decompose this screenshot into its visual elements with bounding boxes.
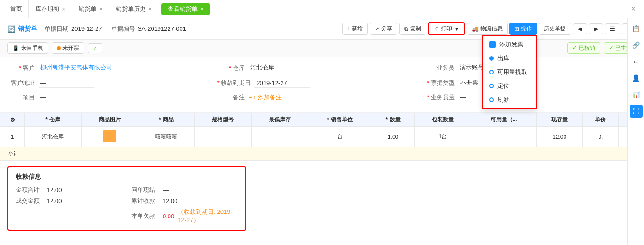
row-available	[471, 127, 537, 147]
col-pack-qty: 包装数量	[414, 113, 471, 127]
sidebar-icon-link[interactable]: 🔗	[630, 39, 643, 51]
warehouse-value: 河北仓库	[249, 63, 304, 73]
sidebar-icon-clipboard[interactable]: 📋	[630, 22, 643, 35]
row-product: 嘻嘻嘻嘻	[138, 127, 194, 147]
row-pack-qty: 1台	[414, 127, 471, 147]
copy-button[interactable]: ⧉ 复制	[399, 23, 426, 35]
balance-note: （收款到期日: 2019-12-27）	[178, 208, 238, 224]
customer-value[interactable]: 柳州粤港平安气体有限公司	[39, 63, 114, 73]
print-dropdown-icon: ▼	[454, 26, 459, 32]
due-date-field: 收款到期日 2019-12-27	[217, 79, 427, 88]
project-label: 项目	[7, 93, 35, 102]
amount-total-item: 金额合计 12.00	[16, 186, 122, 194]
balance-item: 本单欠款 0.00 （收款到期日: 2019-12-27）	[131, 208, 238, 224]
row-price: 0.	[583, 127, 619, 147]
check-sold-icon: ✓	[572, 45, 577, 51]
row-min-stock	[251, 127, 308, 147]
tab-view-sales[interactable]: 查看销货单 ×	[161, 3, 210, 15]
add-invoice-item[interactable]: 添加发票	[483, 38, 536, 51]
accumulated-value: 12.00	[163, 198, 178, 205]
tab-close-view[interactable]: ×	[200, 6, 203, 12]
col-current-stock: 现存量	[537, 113, 583, 127]
sidebar-icon-chart[interactable]: 📊	[630, 88, 643, 101]
history-button[interactable]: 历史单据	[539, 23, 571, 35]
tab-close-inventory[interactable]: ×	[62, 6, 65, 12]
operate-dropdown: ⊞ 操作 添加发票 出库 可用量提取	[509, 23, 537, 35]
sidebar-icon-expand[interactable]: ⛶	[630, 105, 643, 118]
row-spec	[195, 127, 251, 147]
address-label: 客户地址	[7, 79, 35, 87]
plus-icon: +	[249, 94, 252, 101]
operate-button[interactable]: ⊞ 操作	[509, 23, 537, 35]
accumulated-item: 累计收款 12.00	[131, 197, 238, 205]
locate-item[interactable]: 定位	[483, 79, 536, 93]
row-current-stock: 12.00	[537, 127, 583, 147]
new-button[interactable]: + 新增	[342, 23, 368, 35]
due-date-label: 收款到期日	[217, 79, 251, 87]
balance-label: 本单欠款	[131, 212, 159, 220]
doc-date-field: 单据日期 2019-12-27	[45, 25, 102, 33]
product-image	[103, 130, 116, 142]
tab-close-history[interactable]: ×	[148, 6, 152, 12]
project-value: —	[39, 93, 94, 102]
ticket-type-label: 票据类型	[427, 79, 455, 87]
tab-inventory-init[interactable]: 库存期初 ×	[29, 0, 72, 18]
available-qty-item[interactable]: 可用量提取	[483, 65, 536, 79]
col-min-stock: 最低库存	[251, 113, 308, 127]
next-record-button[interactable]: ▶	[589, 23, 603, 34]
tab-home[interactable]: 首页	[4, 0, 29, 18]
add-note-button[interactable]: + + 添加备注	[249, 93, 282, 102]
copy-icon: ⧉	[404, 26, 408, 32]
form-row-3: 项目 — 备注 + + 添加备注 业务员孟 —	[7, 93, 637, 102]
check-effective-icon: ✓	[609, 45, 614, 51]
row-index: 1	[0, 127, 25, 147]
transaction-item: 成交金额 12.00	[16, 197, 122, 205]
amount-total-label: 金额合计	[16, 186, 43, 194]
product-table: ⚙ * 仓库 商品图片 * 商品 规格型号 最低库存 * 销售单位 * 数量 包…	[0, 113, 644, 161]
note-label: 备注	[217, 93, 245, 102]
tab-bar: 首页 库存期初 × 销货单 × 销货单历史 × 查看销货单 × ×	[0, 0, 644, 18]
col-image: 商品图片	[81, 113, 138, 127]
doc-meta: 单据日期 2019-12-27 单据编号 SA-20191227-001	[45, 25, 186, 33]
orange-dot-icon	[57, 46, 61, 50]
logistics-button[interactable]: 🚚 物流信息	[467, 23, 508, 35]
row-unit: 台	[308, 127, 372, 147]
payment-grid: 金额合计 12.00 同单现结 — 成交金额 12.00 累计收款 12.00 …	[16, 186, 238, 224]
col-product: * 商品	[138, 113, 194, 127]
print-icon: 🖨	[434, 26, 439, 32]
payment-section: 收款信息 金额合计 12.00 同单现结 — 成交金额 12.00 累计收款 1…	[7, 166, 246, 231]
share-button[interactable]: ↗ 分享	[370, 23, 397, 35]
staff2-label: 业务员孟	[427, 93, 455, 102]
warehouse-field: 仓库 河北仓库	[217, 63, 427, 73]
operate-dropdown-menu: 添加发票 出库 可用量提取 定位	[482, 35, 537, 109]
refresh-item[interactable]: 刷新	[483, 93, 536, 107]
view-mode-list[interactable]: ☰	[605, 23, 620, 34]
row-image	[81, 127, 138, 147]
col-unit: * 销售单位	[308, 113, 372, 127]
print-button[interactable]: 🖨 打印 ▼	[428, 22, 465, 35]
col-price: 单价	[583, 113, 619, 127]
staff-label: 业务员	[427, 64, 454, 72]
tab-sales-history[interactable]: 销货单历史 ×	[109, 0, 158, 18]
balance-value: 0.00	[163, 213, 174, 220]
note-field: 备注 + + 添加备注	[217, 93, 427, 102]
outbound-item[interactable]: 出库	[483, 51, 536, 65]
refresh-icon	[489, 97, 494, 102]
table-header-row: ⚙ * 仓库 商品图片 * 商品 规格型号 最低库存 * 销售单位 * 数量 包…	[0, 113, 644, 127]
prev-record-button[interactable]: ◀	[573, 23, 587, 34]
col-warehouse: * 仓库	[25, 113, 81, 127]
amount-total-value: 12.00	[47, 187, 62, 194]
window-close-button[interactable]: ×	[626, 4, 640, 14]
subtotal-label: 小计	[0, 147, 644, 161]
same-order-label: 同单现结	[131, 186, 159, 194]
tab-close-sales[interactable]: ×	[99, 6, 102, 12]
not-open-ticket-button[interactable]: 未开票	[52, 42, 84, 54]
sidebar-icon-user[interactable]: 👤	[630, 72, 643, 85]
confirm-button[interactable]: ✓	[88, 43, 102, 53]
truck-icon: 🚚	[472, 26, 479, 32]
toolbar: + 新增 ↗ 分享 ⧉ 复制 🖨 打印 ▼ 🚚 物流信息 ⊞	[342, 22, 637, 35]
col-gear: ⚙	[0, 113, 25, 127]
sidebar-icon-return[interactable]: ↩	[630, 55, 643, 68]
tab-sales-order[interactable]: 销货单 ×	[72, 0, 109, 18]
from-phone-button[interactable]: 📱 来自手机	[7, 42, 48, 54]
